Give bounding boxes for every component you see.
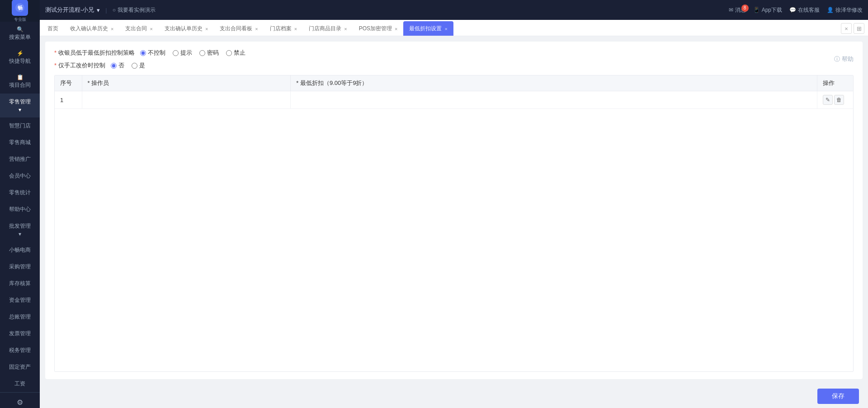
chevron-down-icon: ▾ bbox=[19, 107, 21, 113]
edit-row-btn[interactable]: ✎ bbox=[823, 95, 833, 105]
radio-yes[interactable]: 是 bbox=[132, 61, 145, 70]
content: * 收银员低于最低折扣控制策略 不控制 提示 bbox=[40, 36, 868, 385]
maximize-tab-btn[interactable]: ⊞ bbox=[854, 23, 864, 34]
sidebar-item-fixed-assets[interactable]: 固定资产 bbox=[0, 359, 40, 375]
radio-hint[interactable]: 提示 bbox=[173, 49, 192, 57]
tab-close-icon[interactable]: × bbox=[294, 26, 297, 32]
project-name: 测试分开流程-小兄 bbox=[45, 6, 94, 14]
sidebar-item-label: 总账管理 bbox=[9, 313, 31, 321]
sidebar-item-label: 小畅电商 bbox=[9, 246, 31, 254]
user-btn[interactable]: 👤 徐泽华修改 bbox=[827, 6, 863, 14]
tab-label: 收入确认单历史 bbox=[70, 25, 108, 33]
footer: 保存 bbox=[40, 385, 868, 408]
tabbar-actions: × ⊞ bbox=[841, 23, 868, 36]
manual-price-options: 否 是 bbox=[111, 61, 145, 70]
sidebar-item-help-center[interactable]: 帮助中心 bbox=[0, 201, 40, 218]
sidebar-item-finance-mgmt[interactable]: 资金管理 bbox=[0, 292, 40, 309]
app-download-btn[interactable]: 📱 App下载 bbox=[753, 6, 782, 14]
sidebar-item-label: 零售商城 bbox=[9, 139, 31, 146]
sidebar-item-ledger-mgmt[interactable]: 总账管理 bbox=[0, 309, 40, 325]
sidebar-item-purchase-mgmt[interactable]: 采购管理 bbox=[0, 258, 40, 275]
tab-income-confirm-history[interactable]: 收入确认单历史 × bbox=[64, 21, 119, 36]
chevron-down-icon: ▾ bbox=[19, 231, 21, 237]
project-dropdown-icon: ▾ bbox=[97, 7, 100, 14]
cashier-discount-row: * 收银员低于最低折扣控制策略 不控制 提示 bbox=[54, 49, 245, 57]
app-logo-icon: 畅 bbox=[12, 0, 28, 16]
sidebar-item-tax-mgmt[interactable]: 税务管理 bbox=[0, 342, 40, 359]
sidebar-item-retail-mgmt[interactable]: 零售管理 ▾ bbox=[0, 94, 40, 117]
radio-no-control[interactable]: 不控制 bbox=[140, 49, 165, 57]
sidebar-item-inventory-calc[interactable]: 库存核算 bbox=[0, 275, 40, 292]
sidebar-item-label: 固定资产 bbox=[9, 363, 31, 371]
sidebar-item-retail-mall[interactable]: 零售商城 bbox=[0, 134, 40, 151]
download-icon: 📱 bbox=[753, 7, 760, 13]
tab-close-icon[interactable]: × bbox=[344, 26, 347, 32]
close-tab-btn[interactable]: × bbox=[841, 23, 852, 34]
sidebar-item-member-center[interactable]: 会员中心 bbox=[0, 168, 40, 184]
required-mark: * bbox=[54, 49, 57, 56]
radio-no[interactable]: 否 bbox=[111, 61, 124, 70]
sidebar-item-invoice-mgmt[interactable]: 发票管理 bbox=[0, 325, 40, 342]
required-mark: * bbox=[54, 62, 57, 69]
tab-close-icon[interactable]: × bbox=[150, 26, 152, 32]
tab-close-icon[interactable]: × bbox=[444, 26, 447, 32]
sidebar-item-smart-store[interactable]: 智慧门店 bbox=[0, 117, 40, 134]
cell-seq: 1 bbox=[55, 91, 82, 109]
cashier-discount-label: * 收银员低于最低折扣控制策略 bbox=[54, 49, 135, 57]
demo-btn[interactable]: ○ 我要看实例演示 bbox=[113, 6, 156, 14]
sidebar-item-label: 工资 bbox=[14, 380, 25, 388]
sidebar-item-ecommerce[interactable]: 小畅电商 bbox=[0, 242, 40, 258]
tab-label: 支出合同 bbox=[125, 25, 147, 33]
tab-label: POS加密管理 bbox=[359, 25, 392, 33]
sidebar-item-label: 发票管理 bbox=[9, 330, 31, 338]
cell-discount bbox=[291, 91, 817, 109]
sidebar-item-label: 资金管理 bbox=[9, 296, 31, 304]
tab-payment-contract-board[interactable]: 支出合同看板 × bbox=[214, 21, 264, 36]
tab-payment-confirm-history[interactable]: 支出确认单历史 × bbox=[159, 21, 214, 36]
message-btn[interactable]: ✉ 消息 8 bbox=[729, 6, 746, 14]
message-icon: ✉ bbox=[729, 7, 733, 13]
radio-password[interactable]: 密码 bbox=[199, 49, 219, 57]
tab-close-icon[interactable]: × bbox=[255, 26, 258, 32]
sidebar-item-search-menu[interactable]: 🔍 搜索菜单 bbox=[0, 22, 40, 46]
sidebar-item-marketing[interactable]: 营销推广 bbox=[0, 151, 40, 168]
tab-label: 门店商品目录 bbox=[309, 25, 341, 33]
tab-min-discount-settings[interactable]: 最低折扣设置 × bbox=[403, 21, 453, 36]
project-selector[interactable]: 测试分开流程-小兄 ▾ bbox=[45, 6, 100, 14]
sidebar-item-retail-stats[interactable]: 零售统计 bbox=[0, 184, 40, 201]
help-label: 帮助 bbox=[842, 55, 854, 63]
cashier-discount-options: 不控制 提示 密码 禁 bbox=[140, 49, 245, 57]
col-header-seq: 序号 bbox=[55, 75, 82, 91]
user-label: 徐泽华修改 bbox=[835, 6, 863, 14]
sidebar-item-label: 快捷导航 bbox=[9, 57, 31, 65]
topbar: 测试分开流程-小兄 ▾ | ○ 我要看实例演示 ✉ 消息 8 📱 App下载 💬… bbox=[40, 0, 868, 20]
save-button[interactable]: 保存 bbox=[817, 389, 859, 404]
sidebar-item-project-contract[interactable]: 📋 项目合同 bbox=[0, 70, 40, 94]
tab-close-icon[interactable]: × bbox=[205, 26, 208, 32]
tab-close-icon[interactable]: × bbox=[395, 26, 397, 32]
app-download-label: App下载 bbox=[762, 6, 782, 14]
help-btn[interactable]: ⓘ 帮助 bbox=[834, 55, 854, 63]
delete-row-btn[interactable]: 🗑 bbox=[834, 95, 844, 105]
sidebar-item-wholesale-mgmt[interactable]: 批发管理 ▾ bbox=[0, 218, 40, 242]
tab-home[interactable]: 首页 bbox=[42, 21, 64, 36]
form-hint-row: * 收银员低于最低折扣控制策略 不控制 提示 bbox=[54, 49, 854, 70]
col-header-discount: * 最低折扣（9.00等于9折） bbox=[291, 75, 817, 91]
form-card: * 收银员低于最低折扣控制策略 不控制 提示 bbox=[45, 42, 863, 379]
sidebar-item-payroll[interactable]: 工资 bbox=[0, 375, 40, 392]
radio-forbid[interactable]: 禁止 bbox=[226, 49, 245, 57]
tab-store-profile[interactable]: 门店档案 × bbox=[264, 21, 303, 36]
table-row: 1 ✎ 🗑 bbox=[55, 91, 853, 109]
tab-store-product-catalog[interactable]: 门店商品目录 × bbox=[303, 21, 353, 36]
online-service-btn[interactable]: 💬 在线客服 bbox=[789, 6, 820, 14]
sidebar-item-quick-nav[interactable]: ⚡ 快捷导航 bbox=[0, 46, 40, 70]
tab-payment-contract[interactable]: 支出合同 × bbox=[119, 21, 158, 36]
settings-button[interactable]: ⚙ bbox=[0, 393, 40, 408]
tab-close-icon[interactable]: × bbox=[111, 26, 113, 32]
tab-pos-password[interactable]: POS加密管理 × bbox=[353, 21, 404, 36]
tab-label: 最低折扣设置 bbox=[409, 25, 442, 33]
sidebar-item-label: 帮助中心 bbox=[9, 206, 31, 213]
col-header-actions: 操作 bbox=[817, 75, 853, 91]
sidebar-item-label: 采购管理 bbox=[9, 263, 31, 271]
demo-icon: ○ bbox=[113, 7, 116, 13]
